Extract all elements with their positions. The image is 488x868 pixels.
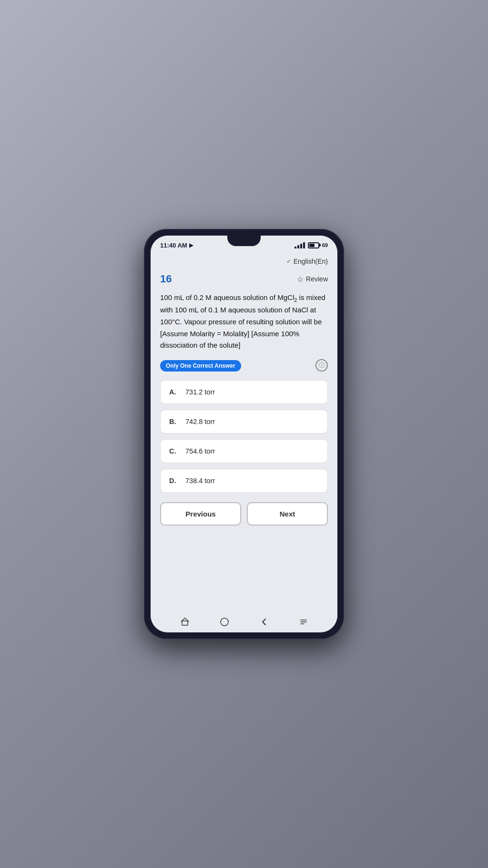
navigation-buttons: Previous Next xyxy=(160,502,328,526)
circle-icon[interactable] xyxy=(220,617,229,627)
previous-button[interactable]: Previous xyxy=(160,502,241,526)
option-a[interactable]: A. 731.2 torr xyxy=(160,380,328,404)
option-b-text: 742.8 torr xyxy=(185,418,215,425)
status-time: 11:40 AM ▶ xyxy=(160,242,193,249)
signal-icon xyxy=(295,242,305,248)
content-area: ✓ English(En) 16 ☆ Review 100 mL of 0.2 … xyxy=(151,253,337,611)
language-bar: ✓ English(En) xyxy=(160,258,328,265)
option-d-text: 738.4 torr xyxy=(185,477,215,485)
checkmark-icon: ✓ xyxy=(286,258,291,265)
question-text: 100 mL of 0.2 M aqueous solution of MgCl… xyxy=(160,292,328,351)
battery-icon xyxy=(308,242,319,248)
review-button[interactable]: ☆ Review xyxy=(297,275,328,284)
question-header: 16 ☆ Review xyxy=(160,273,328,285)
location-icon: ▶ xyxy=(189,242,193,248)
status-right: 69 xyxy=(295,242,328,248)
back-icon[interactable] xyxy=(259,617,269,627)
option-d-label: D. xyxy=(169,477,179,485)
language-label: English(En) xyxy=(294,258,328,265)
option-b[interactable]: B. 742.8 torr xyxy=(160,410,328,434)
svg-rect-0 xyxy=(182,621,188,625)
next-button[interactable]: Next xyxy=(247,502,328,526)
language-selector[interactable]: ✓ English(En) xyxy=(286,258,328,265)
review-label: Review xyxy=(306,275,328,283)
option-c[interactable]: C. 754.6 torr xyxy=(160,439,328,463)
time-display: 11:40 AM xyxy=(160,242,187,249)
option-a-label: A. xyxy=(169,388,179,396)
options-container: A. 731.2 torr B. 742.8 torr C. 754.6 tor… xyxy=(160,380,328,493)
star-icon: ☆ xyxy=(297,275,304,284)
phone-notch xyxy=(227,236,261,246)
info-icon[interactable]: ⓘ xyxy=(315,359,328,372)
svg-point-1 xyxy=(221,618,228,626)
menu-icon[interactable] xyxy=(299,617,308,627)
answer-type-badge: Only One Correct Answer xyxy=(160,360,241,372)
question-number: 16 xyxy=(160,273,172,285)
bottom-nav-bar xyxy=(151,611,337,632)
option-c-text: 754.6 torr xyxy=(185,447,215,455)
answer-type-row: ⓘ Only One Correct Answer xyxy=(160,360,328,380)
battery-level: 69 xyxy=(322,242,328,248)
option-c-label: C. xyxy=(169,447,179,455)
option-b-label: B. xyxy=(169,418,179,425)
phone-device: 11:40 AM ▶ 69 xyxy=(144,229,344,639)
option-a-text: 731.2 torr xyxy=(185,388,215,396)
option-d[interactable]: D. 738.4 torr xyxy=(160,469,328,493)
home-icon[interactable] xyxy=(180,617,190,627)
